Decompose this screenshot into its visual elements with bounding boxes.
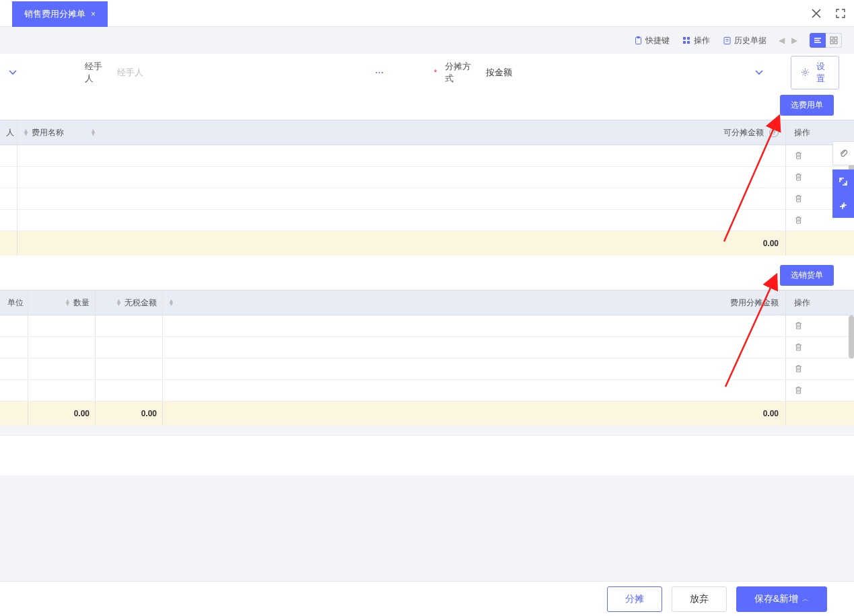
scrollbar[interactable] xyxy=(849,315,854,358)
expand-out-icon[interactable] xyxy=(832,169,854,194)
sales-table: 单位 ▲▼数量 ▲▼无税金额 ▲▼ 费用分摊金额 操作 0.00 0.00 0.… xyxy=(0,290,854,426)
view-list-icon[interactable] xyxy=(810,33,826,48)
fullscreen-icon[interactable] xyxy=(834,7,847,20)
table-row[interactable] xyxy=(0,188,854,210)
trash-icon[interactable] xyxy=(794,364,803,373)
more-icon[interactable]: ··· xyxy=(373,68,387,77)
toolbar: 快捷键 操作 历史单据 ◀ ▶ xyxy=(0,27,854,54)
handler-input[interactable] xyxy=(117,67,366,77)
table-row[interactable] xyxy=(0,145,854,167)
expand-in-icon[interactable] xyxy=(832,194,854,218)
save-new-button[interactable]: 保存&新增 ︿ xyxy=(736,586,827,612)
method-field: * 分摊方式 按金额 xyxy=(434,61,764,85)
svg-rect-14 xyxy=(830,41,833,44)
chevron-down-icon[interactable] xyxy=(8,69,17,76)
table-row[interactable] xyxy=(0,380,854,401)
settings-button[interactable]: 设置 xyxy=(791,56,839,89)
history-icon xyxy=(722,36,732,45)
history-link[interactable]: 历史单据 xyxy=(722,35,767,46)
footer: 分摊 放弃 保存&新增 ︿ xyxy=(0,581,854,616)
table-row[interactable] xyxy=(0,210,854,231)
method-value[interactable]: 按金额 xyxy=(486,67,748,79)
table-row[interactable] xyxy=(0,167,854,188)
col-spacer: ▲▼ xyxy=(163,291,691,315)
trash-icon[interactable] xyxy=(794,321,803,330)
col-alloc-amount[interactable]: 可分摊金额 ? xyxy=(705,120,785,145)
trash-icon[interactable] xyxy=(794,216,803,225)
gear-icon xyxy=(801,68,810,77)
col-qty[interactable]: ▲▼数量 xyxy=(28,291,96,315)
svg-rect-12 xyxy=(830,37,833,40)
col-unit: 单位 xyxy=(0,291,28,315)
trash-icon[interactable] xyxy=(794,194,803,203)
col-fee-name[interactable]: ▲▼ 费用名称 xyxy=(17,120,85,145)
table-sum-row: 0.00 0.00 0.00 xyxy=(0,401,854,426)
trash-icon[interactable] xyxy=(794,386,803,395)
shortcuts-link[interactable]: 快捷键 xyxy=(633,35,670,46)
view-grid-icon[interactable] xyxy=(826,33,842,48)
table-row[interactable] xyxy=(0,337,854,358)
col-spacer: ▲▼ xyxy=(85,120,705,145)
notes-area xyxy=(0,435,854,475)
next-icon[interactable]: ▶ xyxy=(791,36,797,45)
tab-title: 销售费用分摊单 xyxy=(24,8,85,20)
side-float xyxy=(832,141,854,218)
attachment-icon[interactable] xyxy=(832,141,854,165)
prev-icon[interactable]: ◀ xyxy=(779,36,785,45)
grid-icon xyxy=(682,36,691,45)
tab-close-icon[interactable]: × xyxy=(91,9,96,19)
svg-rect-5 xyxy=(687,41,690,44)
sum-notax: 0.00 xyxy=(141,409,157,418)
sum-qty: 0.00 xyxy=(74,409,90,418)
close-icon[interactable] xyxy=(810,7,823,20)
col-no-tax[interactable]: ▲▼无税金额 xyxy=(96,291,163,315)
tab-bar: 销售费用分摊单 × xyxy=(0,0,854,27)
trash-icon[interactable] xyxy=(794,173,803,182)
col-operate: 操作 xyxy=(785,291,854,315)
table-row[interactable] xyxy=(0,358,854,380)
method-label: 分摊方式 xyxy=(445,61,479,85)
svg-point-16 xyxy=(804,71,807,74)
handler-label: 经手人 xyxy=(85,61,110,85)
form-row: 经手人 ··· * 分摊方式 按金额 设置 xyxy=(0,54,854,91)
expense-table: 人 ▲▼ 费用名称 ▲▼ 可分摊金额 ? 操作 0.00 xyxy=(0,120,854,256)
handler-field: 经手人 ··· xyxy=(85,61,387,85)
help-icon[interactable]: ? xyxy=(769,128,779,137)
operate-link[interactable]: 操作 xyxy=(682,35,710,46)
svg-rect-13 xyxy=(834,37,837,40)
svg-rect-2 xyxy=(683,37,686,40)
sum-alloc: 0.00 xyxy=(763,239,779,248)
select-sales-bill-button[interactable]: 选销货单 xyxy=(780,265,834,286)
select-expense-bill-button[interactable]: 选费用单 xyxy=(780,95,834,116)
tab-sales-expense-allocation[interactable]: 销售费用分摊单 × xyxy=(12,1,108,27)
required-icon: * xyxy=(434,68,437,77)
svg-rect-3 xyxy=(687,37,690,40)
sum-fee-alloc: 0.00 xyxy=(763,409,779,418)
allocate-button[interactable]: 分摊 xyxy=(607,586,662,612)
table-row[interactable] xyxy=(0,315,854,337)
discard-button[interactable]: 放弃 xyxy=(672,586,727,612)
svg-rect-4 xyxy=(683,41,686,44)
col-fee-alloc[interactable]: 费用分摊金额 xyxy=(691,291,785,315)
view-toggle xyxy=(810,33,842,48)
col-stub: 人 xyxy=(0,120,17,145)
chevron-down-icon[interactable] xyxy=(754,69,764,76)
trash-icon[interactable] xyxy=(794,343,803,352)
trash-icon[interactable] xyxy=(794,151,803,160)
svg-rect-15 xyxy=(834,41,837,44)
chevron-up-icon: ︿ xyxy=(802,594,809,604)
clipboard-icon xyxy=(633,36,643,45)
table-sum-row: 0.00 xyxy=(0,231,854,256)
